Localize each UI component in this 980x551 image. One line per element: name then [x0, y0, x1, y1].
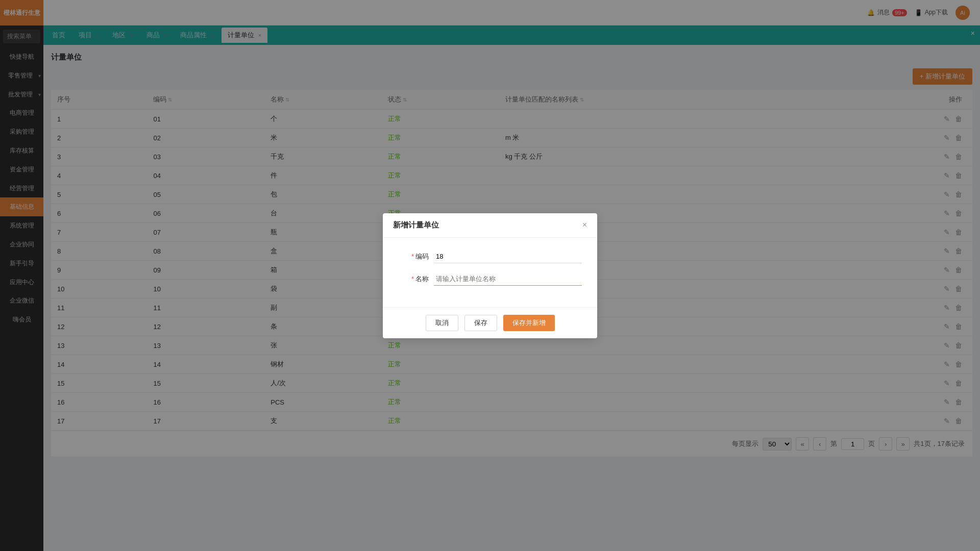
save-button[interactable]: 保存	[464, 315, 497, 331]
cancel-button[interactable]: 取消	[426, 315, 458, 331]
modal-header: 新增计量单位 ×	[383, 213, 597, 238]
add-unit-modal: 新增计量单位 × *编码 *名称 取消 保存 保存并新增	[383, 213, 597, 338]
name-input[interactable]	[434, 272, 582, 286]
modal-close-button[interactable]: ×	[582, 220, 587, 230]
code-label: *编码	[398, 252, 429, 261]
code-input[interactable]	[434, 250, 582, 263]
name-label: *名称	[398, 274, 429, 284]
modal-body: *编码 *名称	[383, 238, 597, 307]
modal-title: 新增计量单位	[393, 220, 439, 230]
name-field-row: *名称	[398, 272, 582, 286]
save-and-new-button[interactable]: 保存并新增	[503, 315, 555, 331]
modal-footer: 取消 保存 保存并新增	[383, 307, 597, 338]
modal-overlay: 新增计量单位 × *编码 *名称 取消 保存 保存并新增	[0, 0, 980, 551]
code-field-row: *编码	[398, 250, 582, 263]
